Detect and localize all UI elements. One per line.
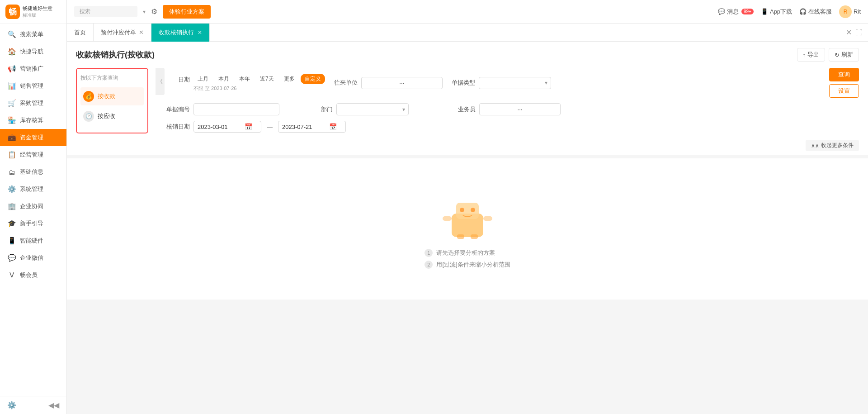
doc-type-field: 单据类型: [450, 77, 551, 89]
page-actions: ↑ 导出 ↻ 刷新: [797, 48, 859, 62]
member-icon: Ⅴ: [7, 271, 16, 279]
topbar-dropdown-icon[interactable]: ▾: [143, 9, 146, 15]
empty-hint-2: 2 用[过滤]条件来缩小分析范围: [425, 261, 510, 269]
sidebar-item-purchase[interactable]: 🛒 采购管理: [0, 95, 66, 112]
sidebar-item-member[interactable]: Ⅴ 畅会员: [0, 266, 66, 284]
user-avatar-item[interactable]: R Rit: [839, 5, 861, 18]
filter-option-by-receipt[interactable]: 💰 按收款: [80, 87, 144, 105]
app-icon: 📱: [761, 8, 768, 15]
filter-collapse-btn[interactable]: 《: [156, 68, 165, 95]
sidebar-item-funds[interactable]: 💼 资金管理: [0, 129, 66, 146]
filter-row-1: 日期 上月 本月 本年 近7天 更多 自定义 不限 至: [165, 68, 859, 98]
export-button[interactable]: ↑ 导出: [797, 48, 826, 62]
tab-receipt-cancel[interactable]: 收款核销执行 ✕: [151, 24, 210, 42]
calendar-start-icon[interactable]: 📅: [245, 123, 252, 130]
sidebar-item-basics-label: 基础信息: [20, 168, 43, 176]
svg-rect-5: [483, 216, 492, 221]
sidebar-item-guide[interactable]: 🎓 新手引导: [0, 215, 66, 232]
svg-rect-6: [457, 234, 464, 239]
dept-select-wrapper: [336, 103, 409, 115]
sidebar-item-system[interactable]: ⚙️ 系统管理: [0, 181, 66, 198]
cancel-date-end-input[interactable]: [282, 124, 327, 130]
filter-row-2: 单据编号 部门: [165, 103, 859, 115]
date-btn-this-year[interactable]: 本年: [235, 74, 254, 84]
hint-num-1: 1: [425, 249, 433, 257]
online-service-label: 在线客服: [808, 8, 832, 16]
sidebar-nav: 🔍 搜索菜单 🏠 快捷导航 📢 营销推广 📊 销售管理 🛒 采购管理 🏪 库存核…: [0, 24, 66, 396]
filter-section: 按以下方案查询 💰 按收款 🕐 按应收 《: [67, 66, 868, 138]
sidebar-item-enterprise-label: 企业协同: [20, 202, 43, 210]
sidebar-item-search[interactable]: 🔍 搜索菜单: [0, 26, 66, 43]
empty-hint-1: 1 请先选择要分析的方案: [425, 249, 510, 257]
counterpart-input[interactable]: ···: [361, 77, 443, 89]
svg-rect-7: [471, 234, 478, 239]
refresh-label: 刷新: [841, 51, 853, 59]
svg-rect-4: [443, 216, 452, 221]
cancel-date-start-input[interactable]: [198, 124, 243, 130]
tab-receipt-cancel-close-icon[interactable]: ✕: [198, 29, 202, 36]
sidebar-item-basics[interactable]: 🗂 基础信息: [0, 163, 66, 181]
date-btn-this-month[interactable]: 本月: [214, 74, 233, 84]
setting-button[interactable]: 设置: [829, 84, 859, 98]
system-icon: ⚙️: [7, 185, 16, 193]
cancel-date-field: 核销日期 📅 — 📅: [165, 121, 346, 133]
collapse-sidebar-icon[interactable]: ◀◀: [48, 401, 59, 409]
sidebar-item-marketing[interactable]: 📢 营销推广: [0, 60, 66, 77]
tab-prepay-close-icon[interactable]: ✕: [139, 29, 144, 36]
query-button[interactable]: 查询: [829, 68, 859, 81]
filter-options-panel: 按以下方案查询 💰 按收款 🕐 按应收: [76, 68, 148, 133]
date-btn-last-month[interactable]: 上月: [193, 74, 212, 84]
refresh-button[interactable]: ↻ 刷新: [829, 48, 859, 62]
topbar-search[interactable]: 搜索: [74, 6, 137, 17]
sales-icon: 📊: [7, 82, 16, 90]
filter-option-by-receivable[interactable]: 🕐 按应收: [80, 107, 144, 125]
date-btn-last-7-days[interactable]: 近7天: [256, 74, 278, 84]
date-btn-custom[interactable]: 自定义: [301, 74, 325, 84]
date-btn-more[interactable]: 更多: [280, 74, 299, 84]
sidebar-item-purchase-label: 采购管理: [20, 99, 43, 107]
message-item[interactable]: 💬 消息 99+: [718, 8, 754, 16]
collapse-more-button[interactable]: ∧∧ 收起更多条件: [806, 140, 859, 151]
logo-icon: 畅: [5, 5, 20, 19]
sidebar-item-operations[interactable]: 📋 经营管理: [0, 146, 66, 163]
sidebar-item-inventory[interactable]: 🏪 库存核算: [0, 112, 66, 129]
page-container: 收款核销执行(按收款) ↑ 导出 ↻ 刷新 按以下方案查询: [67, 42, 868, 300]
guide-icon: 🎓: [7, 219, 16, 228]
sidebar-item-wechat[interactable]: 💬 企业微信: [0, 249, 66, 266]
receipt-option-label: 按收款: [98, 92, 115, 100]
sidebar-item-funds-label: 资金管理: [20, 133, 43, 142]
empty-svg: [440, 195, 495, 240]
topbar-gear-icon[interactable]: ⚙: [151, 7, 157, 16]
dept-select[interactable]: [336, 103, 409, 115]
topbar: 搜索 ▾ ⚙ 体验行业方案 💬 消息 99+ 📱 App下载 🎧 在线客服 R …: [67, 0, 868, 24]
sidebar-item-enterprise[interactable]: 🏢 企业协同: [0, 198, 66, 215]
app-download-item[interactable]: 📱 App下载: [761, 8, 792, 16]
sidebar: 畅 畅捷通好生意 标准版 🔍 搜索菜单 🏠 快捷导航 📢 营销推广 📊 销售管理…: [0, 0, 67, 414]
doc-type-select[interactable]: [479, 77, 551, 89]
calendar-end-icon[interactable]: 📅: [329, 123, 337, 130]
settings-bottom-icon[interactable]: ⚙️: [7, 401, 16, 409]
doc-number-input[interactable]: [193, 103, 279, 115]
tab-expand-icon[interactable]: ⛶: [855, 29, 863, 37]
basics-icon: 🗂: [7, 168, 16, 176]
staff-input[interactable]: ···: [479, 103, 561, 115]
date-range-hint: 不限 至 2023-07-26: [193, 85, 325, 92]
page-title: 收款核销执行(按收款): [76, 49, 155, 60]
main-area: 搜索 ▾ ⚙ 体验行业方案 💬 消息 99+ 📱 App下载 🎧 在线客服 R …: [67, 0, 868, 414]
tab-home-label: 首页: [74, 29, 86, 37]
tab-home[interactable]: 首页: [67, 24, 94, 42]
sidebar-item-wechat-label: 企业微信: [20, 254, 43, 262]
sidebar-item-operations-label: 经营管理: [20, 151, 43, 159]
industry-plan-button[interactable]: 体验行业方案: [163, 5, 211, 19]
receivable-option-icon: 🕐: [83, 111, 94, 122]
message-icon: 💬: [718, 8, 725, 15]
online-service-item[interactable]: 🎧 在线客服: [799, 8, 832, 16]
tab-prepay[interactable]: 预付冲应付单 ✕: [94, 24, 151, 42]
tab-close-all-icon[interactable]: ✕: [846, 28, 852, 37]
sidebar-item-quicknav[interactable]: 🏠 快捷导航: [0, 43, 66, 60]
sidebar-item-hardware[interactable]: 📱 智能硬件: [0, 232, 66, 249]
export-icon: ↑: [803, 52, 806, 58]
search-icon: 🔍: [7, 30, 16, 38]
sidebar-item-marketing-label: 营销推广: [20, 65, 43, 73]
sidebar-item-sales[interactable]: 📊 销售管理: [0, 77, 66, 95]
